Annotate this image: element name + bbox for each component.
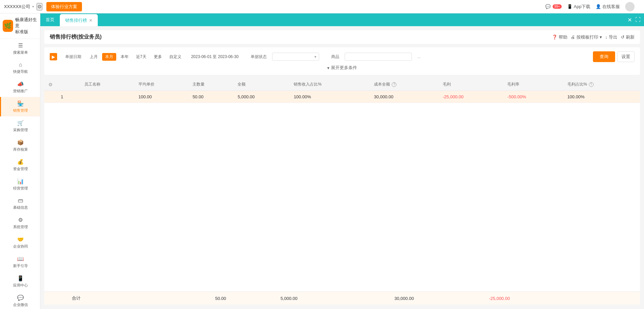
row-rank: 1 (57, 91, 80, 103)
status-label: 单据状态 (251, 54, 267, 60)
table-section: ⚙ 员工名称 平均单价 主数量 全额 销售收入占比% 成本全额 ? (44, 78, 640, 305)
basic-info-icon: 🗃 (18, 198, 23, 204)
row-gross-rate: -500.00% (503, 91, 563, 103)
message-btn[interactable]: 💬 99+ (545, 4, 562, 9)
filter-section: ▶ 单据日期 上月 本月 本年 近7天 更多 自定义 2023-06-01 至 … (44, 47, 640, 75)
sidebar-item-new-guide[interactable]: 📖 新手引导 (0, 252, 40, 272)
sidebar-item-inventory[interactable]: 📦 库存核算 (0, 136, 40, 155)
template-print-button[interactable]: 🖨 按模板打印 ▾ (571, 34, 602, 40)
data-table: ⚙ 员工名称 平均单价 主数量 全额 销售收入占比% 成本全额 ? (44, 78, 640, 103)
sidebar-item-finance-label: 资金管理 (13, 166, 28, 171)
date-tab-custom[interactable]: 自定义 (166, 53, 184, 61)
sidebar-logo: 🌿 畅康通好生意 标准版 (0, 13, 40, 39)
col-avg-price: 平均单价 (134, 78, 188, 91)
tab-home[interactable]: 首页 (40, 13, 60, 26)
sidebar-item-marketing-label: 营销推广 (13, 89, 28, 94)
sidebar-item-enterprise-collab-label: 企业协同 (13, 244, 28, 249)
logo-text: 畅康通好生意 标准版 (15, 17, 37, 35)
page-content: 销售排行榜(按业务员) ❓ 帮助 🖨 按模板打印 ▾ ↓ 导出 (40, 26, 644, 309)
sidebar-item-operations[interactable]: 📊 经营管理 (0, 175, 40, 194)
table-body: 1 100.00 50.00 5,000.00 100.00% 30,000.0… (44, 91, 640, 103)
expand-more-button[interactable]: ▾ 展开更多条件 (327, 65, 357, 71)
sidebar-item-basic-info[interactable]: 🗃 基础信息 (0, 194, 40, 213)
expand-chevron-icon: ▾ (327, 65, 330, 70)
company-selector[interactable]: XXXXXX公司 ▾ (4, 4, 34, 10)
filter-collapse-btn[interactable]: ▶ (50, 53, 57, 60)
tab-close-all-icon[interactable]: ✕ (628, 17, 632, 23)
finance-icon: 💰 (17, 159, 24, 165)
export-button[interactable]: ↓ 导出 (605, 34, 618, 40)
sidebar-item-enterprise-wechat[interactable]: 💬 企业微信 (0, 291, 40, 309)
page-title: 销售排行榜(按业务员) (50, 34, 102, 41)
goods-input[interactable] (345, 53, 412, 61)
date-tab-more[interactable]: 更多 (151, 53, 165, 61)
date-tabs: 上月 本月 本年 近7天 更多 自定义 (87, 53, 184, 61)
help-button[interactable]: ❓ 帮助 (552, 34, 567, 40)
col-rank (57, 78, 80, 91)
date-tab-prev-month[interactable]: 上月 (87, 53, 101, 61)
settings-button[interactable]: 设置 (617, 51, 635, 62)
row-name (80, 91, 134, 103)
row-gross-profit: -25,000.00 (439, 91, 504, 103)
new-guide-icon: 📖 (17, 256, 24, 262)
expand-more-row: ▾ 展开更多条件 (50, 65, 635, 71)
top-right-actions: 💬 99+ 📱 App下载 👤 在线客服 (545, 2, 640, 11)
date-tab-last-7-days[interactable]: 近7天 (133, 53, 149, 61)
refresh-button[interactable]: ↺ 刷新 (621, 34, 635, 40)
tab-fullscreen-icon[interactable]: ⛶ (635, 17, 641, 23)
sidebar-item-operations-label: 经营管理 (13, 186, 28, 191)
tab-sales-ranking[interactable]: 销售排行榜 ✕ (60, 14, 98, 27)
logo-icon: 🌿 (3, 20, 13, 32)
col-name: 员工名称 (80, 78, 134, 91)
col-main-qty: 主数量 (188, 78, 233, 91)
footer-gross-pct-col (612, 292, 640, 305)
settings-icon-btn[interactable]: ⚙ (37, 3, 42, 10)
table-footer: 合计 50.00 5,000.00 30,000.00 -25,000.00 (44, 292, 640, 305)
footer-main-qty: 50.00 (211, 292, 276, 305)
status-select[interactable] (272, 53, 319, 61)
sidebar-item-app-center[interactable]: 📱 应用中心 (0, 272, 40, 291)
app-download-btn[interactable]: 📱 App下载 (567, 4, 590, 10)
content-area: 首页 销售排行榜 ✕ ✕ ⛶ 销售排行榜(按业务员) ❓ 帮助 (40, 13, 644, 309)
message-icon: 💬 (545, 4, 551, 9)
trial-button[interactable]: 体验行业方案 (46, 2, 82, 11)
enterprise-wechat-icon: 💬 (17, 295, 24, 301)
sidebar-item-finance[interactable]: 💰 资金管理 (0, 155, 40, 175)
date-tab-this-month[interactable]: 本月 (102, 53, 116, 61)
cost-help-icon[interactable]: ? (392, 82, 396, 87)
tab-close-icon[interactable]: ✕ (89, 18, 92, 23)
sidebar-item-marketing[interactable]: 📣 营销推广 (0, 78, 40, 97)
table-header: ⚙ 员工名称 平均单价 主数量 全额 销售收入占比% 成本全额 ? (44, 78, 640, 91)
sidebar-item-sales-mgmt[interactable]: 🏪 销售管理 (0, 97, 40, 116)
tab-home-label: 首页 (46, 17, 54, 23)
footer-row: 合计 50.00 5,000.00 30,000.00 -25,000.00 (44, 292, 640, 305)
row-settings (44, 91, 57, 103)
online-service-btn[interactable]: 👤 在线客服 (596, 4, 620, 10)
avatar[interactable] (625, 2, 635, 11)
sidebar-item-system-mgmt-label: 系统管理 (13, 224, 28, 229)
query-button[interactable]: 查询 (593, 51, 615, 62)
sidebar-item-enterprise-collab[interactable]: 🤝 企业协同 (0, 233, 40, 252)
row-avg-price: 100.00 (134, 91, 188, 103)
sidebar-item-system-mgmt[interactable]: ⚙ 系统管理 (0, 213, 40, 233)
sidebar-item-inventory-label: 库存核算 (13, 147, 28, 152)
more-link[interactable]: ... (417, 54, 421, 59)
purchase-mgmt-icon: 🛒 (17, 120, 24, 126)
sidebar-item-sales-mgmt-label: 销售管理 (13, 108, 28, 113)
date-tab-this-year[interactable]: 本年 (118, 53, 132, 61)
column-settings-icon[interactable]: ⚙ (48, 82, 53, 87)
page-actions: ❓ 帮助 🖨 按模板打印 ▾ ↓ 导出 ↺ 刷新 (552, 34, 635, 40)
chevron-down-icon: ▾ (32, 5, 34, 8)
sidebar: 🌿 畅康通好生意 标准版 ☰ 搜索菜单 ⌂ 快捷导航 📣 营销推广 🏪 销售管理… (0, 13, 40, 309)
tab-bar-right: ✕ ⛶ (628, 17, 644, 23)
sidebar-item-quick-nav[interactable]: ⌂ 快捷导航 (0, 58, 40, 78)
sidebar-item-purchase-mgmt[interactable]: 🛒 采购管理 (0, 116, 40, 136)
tab-sales-ranking-label: 销售排行榜 (65, 17, 87, 23)
row-amount: 5,000.00 (233, 91, 290, 103)
app-center-icon: 📱 (17, 275, 24, 281)
gross-pct-help-icon[interactable]: ? (589, 82, 594, 87)
app-icon: 📱 (567, 4, 572, 9)
company-name: XXXXXX公司 (4, 4, 30, 10)
message-badge: 99+ (553, 4, 562, 9)
sidebar-item-search-order[interactable]: ☰ 搜索菜单 (0, 39, 40, 58)
